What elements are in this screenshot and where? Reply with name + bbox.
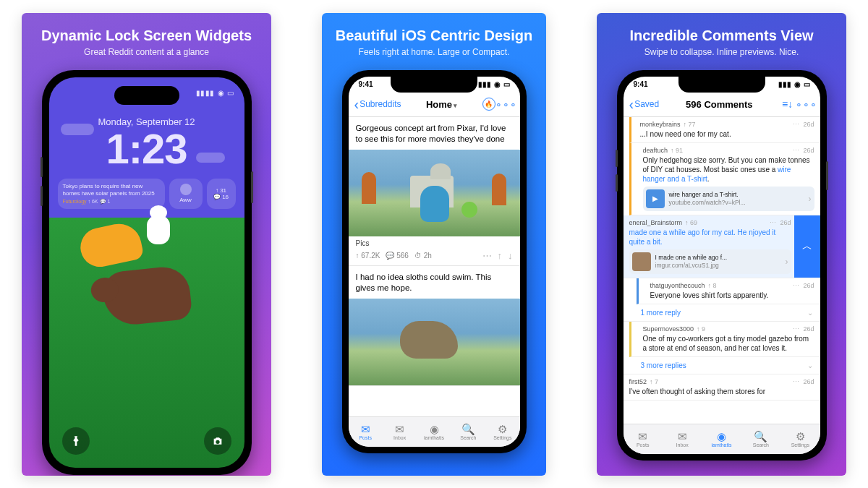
comment-body: I've often thought of asking them stores… [629, 387, 814, 396]
dynamic-island [114, 86, 179, 105]
panel-subtitle: Great Reddit content at a glance [84, 47, 209, 57]
widget-post-text: Tokyo plans to require that new homes ha… [63, 183, 160, 197]
account-icon: ◉ [430, 424, 439, 435]
snoo-icon [180, 184, 192, 195]
widget-stats[interactable]: ↑ 31 💬 16 [207, 179, 236, 210]
signal-icon: ▮▮▮ [778, 80, 791, 88]
media-preview[interactable]: ▶ wire hanger and a T-shirt.youtube.com/… [643, 187, 814, 211]
phone-frame: ▮▮▮▮ ◉ ▭ Monday, September 12 1:23 Tokyo… [42, 70, 252, 475]
posts-icon: ✉ [361, 424, 370, 435]
lockscreen-widgets: Tokyo plans to require that new homes ha… [49, 173, 244, 215]
panel-title: Beautiful iOS Centric Design [336, 27, 532, 44]
sort-hot-icon[interactable]: 🔥 [482, 98, 495, 111]
tab-account[interactable]: ◉iamthatis [417, 417, 451, 447]
comment-row[interactable]: first52↑ 7⋯26d I've often thought of ask… [624, 374, 820, 401]
nav-bar: Saved 596 Comments ≡↓ ∘∘∘ [624, 93, 820, 117]
comment-row[interactable]: deaftuch↑ 91⋯26d Only hedgehog size sorr… [629, 143, 820, 215]
gear-icon: ⚙ [498, 424, 507, 435]
notch [391, 77, 477, 93]
tab-inbox[interactable]: ✉Inbox [663, 424, 702, 454]
widget-icon[interactable]: Aww [169, 179, 203, 210]
comment-more-icon[interactable]: ⋯ [793, 282, 800, 289]
flashlight-button[interactable] [62, 427, 90, 455]
comment-row[interactable]: monkeybrains↑ 77⋯26d ...I now need one f… [629, 117, 820, 143]
inbox-icon: ✉ [678, 431, 687, 442]
wifi-icon: ◉ [494, 80, 501, 88]
back-button[interactable]: Saved [629, 99, 660, 109]
chevron-down-icon: ⌄ [807, 361, 813, 369]
status-bar: ▮▮▮▮ ◉ ▭ [196, 89, 234, 97]
comment-more-icon[interactable]: ⋯ [793, 147, 800, 154]
tab-posts[interactable]: ✉Posts [624, 424, 663, 454]
more-replies-button[interactable]: 1 more reply⌄ [624, 304, 820, 322]
chevron-down-icon: ▾ [454, 102, 457, 109]
comment-more-icon[interactable]: ⋯ [793, 378, 800, 385]
notch [678, 77, 765, 93]
comments-list[interactable]: monkeybrains↑ 77⋯26d ...I now need one f… [624, 117, 820, 424]
nav-bar: Subreddits Home▾ 🔥 ∘∘∘ [349, 93, 520, 117]
widget-post[interactable]: Tokyo plans to require that new homes ha… [58, 179, 165, 210]
panel-subtitle: Swipe to collapse. Inline previews. Nice… [644, 47, 799, 57]
gear-icon: ⚙ [796, 431, 805, 442]
nav-title: 596 Comments [662, 99, 776, 110]
phone-screen: 9:41 ▮▮▮◉▭ Saved 596 Comments ≡↓ ∘∘∘ mon… [624, 77, 820, 454]
comment-more-icon[interactable]: ⋯ [793, 325, 800, 333]
more-replies-button[interactable]: 3 more replies⌄ [624, 357, 820, 374]
comment-more-icon[interactable]: ⋯ [770, 219, 777, 226]
post-age: ⏱ 2h [414, 252, 432, 260]
signal-icon: ▮▮▮ [478, 80, 491, 88]
account-icon: ◉ [717, 431, 726, 442]
search-icon: 🔍 [754, 431, 767, 442]
post-upvotes: ↑ 67.2K [356, 252, 380, 260]
sort-icon[interactable]: ≡↓ [780, 96, 796, 112]
promo-panel-feed: Beautiful iOS Centric Design Feels right… [322, 13, 546, 476]
tab-search[interactable]: 🔍Search [451, 417, 485, 447]
comment-row[interactable]: thatguyonthecouch↑ 8⋯26d Everyone loves … [637, 278, 820, 304]
post-image[interactable] [349, 150, 520, 236]
tab-settings[interactable]: ⚙Settings [485, 417, 519, 447]
upvote-icon[interactable]: ↑ [498, 250, 503, 261]
tab-posts[interactable]: ✉Posts [349, 417, 383, 447]
media-preview[interactable]: I made one a while ago f...imgur.com/aLv… [629, 249, 791, 274]
signal-icon: ▮▮▮▮ [196, 89, 215, 97]
post-title: I had no idea sloths could swim. This gi… [349, 266, 520, 299]
search-icon: 🔍 [461, 424, 475, 435]
tab-search[interactable]: 🔍Search [741, 424, 780, 454]
more-icon[interactable]: ∘∘∘ [498, 96, 514, 112]
panel-subtitle: Feels right at home. Large or Compact. [359, 47, 510, 57]
chevron-right-icon: › [786, 257, 788, 267]
post-subreddit[interactable]: Pics [356, 239, 370, 247]
comment-row-swiped[interactable]: eneral_Brainstorm↑ 69⋯26d made one a whi… [624, 215, 820, 278]
widget-post-meta: Futurology ↑ 6K 💬 1 [63, 199, 160, 205]
post-card[interactable]: Gorgeous concept art from Pixar, I'd lov… [349, 117, 520, 266]
post-card[interactable]: I had no idea sloths could swim. This gi… [349, 266, 520, 386]
phone-screen: ▮▮▮▮ ◉ ▭ Monday, September 12 1:23 Tokyo… [49, 77, 244, 468]
tab-settings[interactable]: ⚙Settings [780, 424, 820, 454]
image-thumb [632, 252, 651, 271]
comment-body: made one a while ago for my cat. He njoy… [629, 228, 791, 247]
tab-bar: ✉Posts ✉Inbox ◉iamthatis 🔍Search ⚙Settin… [624, 424, 820, 454]
comment-row[interactable]: Supermoves3000↑ 9⋯26d One of my co-worke… [629, 322, 820, 357]
more-icon[interactable]: ∘∘∘ [799, 96, 814, 112]
post-comments: 💬 566 [386, 252, 408, 260]
panel-title: Incredible Comments View [629, 27, 813, 44]
status-time: 9:41 [634, 80, 648, 88]
post-image[interactable] [349, 299, 520, 385]
comment-body: Only hedgehog size sorry. But you can ma… [643, 155, 814, 184]
camera-button[interactable] [204, 427, 231, 455]
wifi-icon: ◉ [218, 89, 225, 97]
tab-inbox[interactable]: ✉Inbox [383, 417, 417, 447]
downvote-icon[interactable]: ↓ [508, 250, 513, 261]
swipe-collapse-action[interactable] [794, 215, 820, 278]
back-button[interactable]: Subreddits [354, 99, 401, 109]
chevron-down-icon: ⌄ [807, 309, 813, 317]
battery-icon: ▭ [804, 80, 810, 88]
post-more-icon[interactable]: ⋯ [482, 250, 492, 261]
comment-more-icon[interactable]: ⋯ [793, 121, 800, 128]
nav-title[interactable]: Home▾ [404, 99, 480, 110]
tab-account[interactable]: ◉iamthatis [702, 424, 741, 454]
promo-panel-comments: Incredible Comments View Swipe to collap… [597, 13, 846, 476]
play-icon: ▶ [646, 189, 665, 208]
phone-frame: 9:41 ▮▮▮◉▭ Saved 596 Comments ≡↓ ∘∘∘ mon… [617, 70, 827, 461]
post-meta: Pics [349, 236, 520, 250]
